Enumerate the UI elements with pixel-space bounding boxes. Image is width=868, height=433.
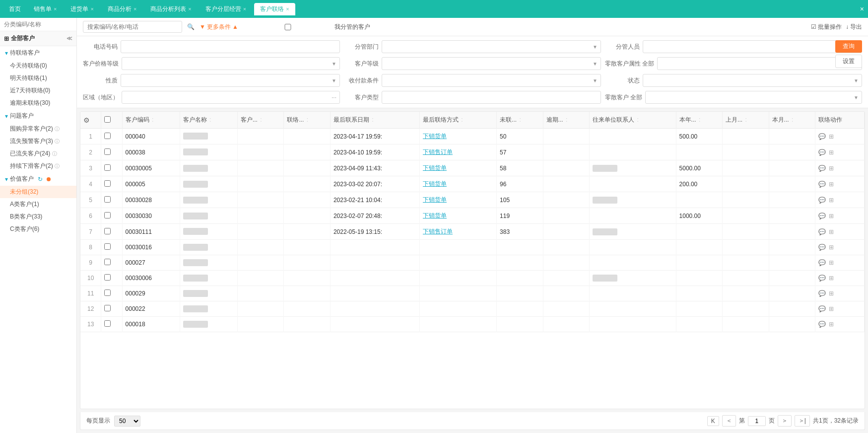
grid-action-icon[interactable]: ⊞	[829, 259, 834, 266]
tab-sales[interactable]: 销售单 ×	[28, 3, 63, 15]
message-icon[interactable]: 💬	[818, 165, 826, 172]
price-level-input[interactable]: ▼	[122, 57, 340, 70]
row-last-way[interactable]: 下销货单	[419, 176, 496, 192]
tab-customer-contact[interactable]: 客户联络 ×	[254, 3, 295, 15]
col-check[interactable]	[101, 112, 122, 129]
message-icon[interactable]: 💬	[818, 149, 826, 156]
sidebar-group-value[interactable]: ▾ 价值客户 ↻	[0, 172, 76, 186]
row-check[interactable]	[101, 240, 122, 255]
col-gear[interactable]: ⚙	[80, 112, 101, 129]
grid-action-icon[interactable]: ⊞	[829, 244, 834, 251]
sidebar-item-declining[interactable]: 持续下滑客户(2) ⓘ	[0, 160, 76, 172]
grid-action-icon[interactable]: ⊞	[829, 213, 834, 219]
sidebar-item-overdue[interactable]: 逾期未联络(30)	[0, 97, 76, 109]
sidebar-item-abnormal[interactable]: 囤购异常客户(2) ⓘ	[0, 123, 76, 135]
row-last-way[interactable]	[419, 271, 496, 286]
col-last-month[interactable]: 上月... :	[723, 112, 769, 129]
grid-action-icon[interactable]: ⊞	[829, 149, 834, 156]
col-unit-contact[interactable]: 往来单位联系人 :	[590, 112, 676, 129]
row-check[interactable]	[101, 271, 122, 286]
sidebar-item-7days[interactable]: 近7天待联络(0)	[0, 84, 76, 97]
col-overdue[interactable]: 逾期... :	[543, 112, 590, 129]
close-analysis-list-tab[interactable]: ×	[188, 6, 191, 12]
retail-input[interactable]: ▼	[645, 91, 862, 104]
row-check[interactable]	[101, 255, 122, 271]
sidebar-item-b-class[interactable]: B类客户(33)	[0, 211, 76, 223]
message-icon[interactable]: 💬	[818, 305, 826, 312]
row-last-way[interactable]: 下销货单	[419, 129, 496, 144]
row-check[interactable]	[101, 208, 122, 224]
select-all-checkbox[interactable]	[104, 116, 111, 123]
col-this-month[interactable]: 本月... :	[769, 112, 815, 129]
tab-customer-segment[interactable]: 客户分层经营 ×	[200, 3, 252, 15]
retail-attr-input[interactable]: ▼	[657, 57, 862, 70]
col-last-way[interactable]: 最后联络方式 :	[419, 112, 496, 129]
row-check[interactable]	[101, 301, 122, 317]
tab-purchase[interactable]: 进货单 ×	[65, 3, 99, 15]
message-icon[interactable]: 💬	[818, 290, 826, 297]
last-page-btn[interactable]: ＞|	[795, 415, 810, 427]
row-last-way[interactable]: 下销货单	[419, 160, 496, 176]
sidebar-item-ungrouped[interactable]: 未分组(32)	[0, 186, 76, 198]
search-bar-icon[interactable]: 🔍	[187, 23, 195, 30]
message-icon[interactable]: 💬	[818, 213, 826, 219]
close-analysis-tab[interactable]: ×	[134, 6, 136, 12]
grid-action-icon[interactable]: ⊞	[829, 290, 834, 297]
status-input[interactable]: ▼	[643, 74, 862, 87]
row-last-way[interactable]	[419, 240, 496, 255]
nature-input[interactable]: ▼	[121, 74, 340, 87]
col-type[interactable]: 客户... :	[237, 112, 284, 129]
sidebar-item-a-class[interactable]: A类客户(1)	[0, 198, 76, 211]
row-last-way[interactable]	[419, 286, 496, 301]
col-code[interactable]: 客户编码 :	[122, 112, 180, 129]
row-check[interactable]	[101, 224, 122, 240]
sidebar-item-churned[interactable]: 已流失客户(24) ⓘ	[0, 147, 76, 160]
message-icon[interactable]: 💬	[818, 275, 826, 282]
row-check[interactable]	[101, 144, 122, 160]
sidebar-item-tomorrow[interactable]: 明天待联络(1)	[0, 72, 76, 84]
grid-action-icon[interactable]: ⊞	[829, 321, 834, 328]
grid-action-icon[interactable]: ⊞	[829, 165, 834, 172]
message-icon[interactable]: 💬	[818, 181, 826, 188]
row-check[interactable]	[101, 192, 122, 208]
my-customer-checkbox[interactable]	[243, 24, 333, 30]
row-check[interactable]	[101, 317, 122, 332]
row-last-way[interactable]: 下销货单	[419, 192, 496, 208]
grid-action-icon[interactable]: ⊞	[829, 181, 834, 188]
col-contact[interactable]: 联络... :	[284, 112, 331, 129]
col-name[interactable]: 客户名称 :	[180, 112, 237, 129]
tab-home[interactable]: 首页	[4, 3, 26, 15]
row-check[interactable]	[101, 176, 122, 192]
sidebar-item-c-class[interactable]: C类客户(6)	[0, 223, 76, 235]
more-filter-btn[interactable]: ▼ 更多条件 ▲	[200, 23, 238, 31]
customer-type-input[interactable]	[382, 91, 601, 104]
sidebar-item-today[interactable]: 今天待联络(0)	[0, 60, 76, 72]
refresh-icon[interactable]: ↻	[38, 176, 43, 183]
region-input[interactable]: ···	[122, 91, 340, 104]
row-last-way[interactable]: 下销货单	[419, 208, 496, 224]
col-not-contact[interactable]: 未联... :	[497, 112, 543, 129]
row-last-way[interactable]: 下销售订单	[419, 144, 496, 160]
col-this-year[interactable]: 本年... :	[676, 112, 723, 129]
export-btn[interactable]: ↓ 导出	[846, 23, 862, 31]
row-check[interactable]	[101, 129, 122, 144]
first-page-btn[interactable]: K	[707, 416, 719, 426]
close-customer-segment-tab[interactable]: ×	[243, 6, 246, 12]
customer-level-input[interactable]: ▼	[382, 57, 601, 70]
row-last-way[interactable]	[419, 301, 496, 317]
close-customer-contact-tab[interactable]: ×	[286, 6, 289, 12]
grid-action-icon[interactable]: ⊞	[829, 197, 834, 204]
message-icon[interactable]: 💬	[818, 259, 826, 266]
next-page-btn[interactable]: ＞	[778, 415, 792, 427]
message-icon[interactable]: 💬	[818, 197, 826, 204]
row-check[interactable]	[101, 286, 122, 301]
dept-input[interactable]: ▼	[382, 40, 601, 53]
sidebar-item-churn-warn[interactable]: 流失预警客户(3) ⓘ	[0, 135, 76, 147]
row-last-way[interactable]	[419, 317, 496, 332]
all-customers-header[interactable]: ⊞ 全部客户 ≪	[0, 31, 76, 46]
message-icon[interactable]: 💬	[818, 133, 826, 140]
sidebar-group-waiting[interactable]: ▾ 待联络客户	[0, 46, 76, 60]
grid-action-icon[interactable]: ⊞	[829, 275, 834, 282]
payment-input[interactable]: ▼	[382, 74, 601, 87]
message-icon[interactable]: 💬	[818, 321, 826, 328]
